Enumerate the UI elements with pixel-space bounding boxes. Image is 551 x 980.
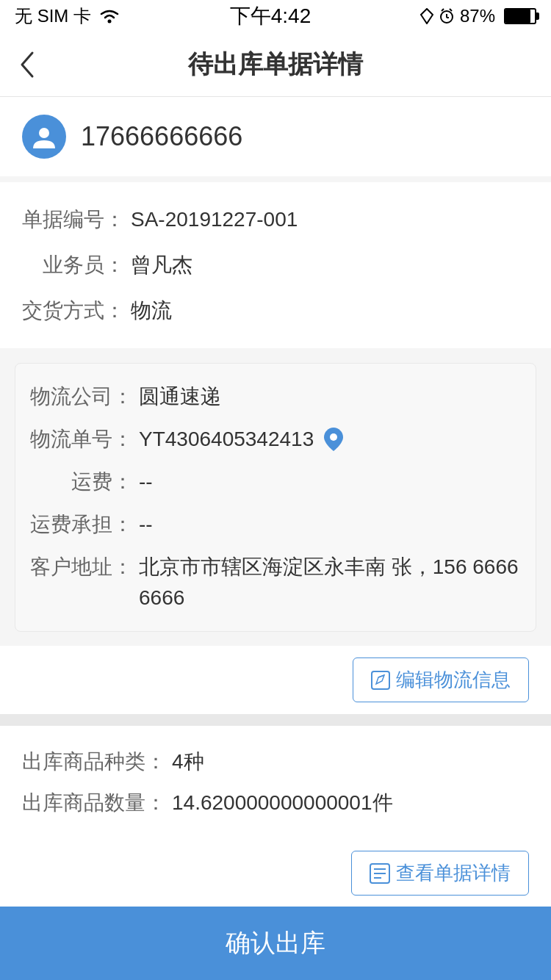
battery-percent: 87% — [460, 6, 495, 26]
freight-bearer-value: -- — [139, 509, 521, 540]
page-title: 待出库单据详情 — [188, 48, 363, 82]
person-icon — [31, 123, 57, 150]
nav-bar: 待出库单据详情 — [0, 32, 551, 97]
view-detail-label: 查看单据详情 — [396, 860, 511, 886]
logistics-section: 物流公司： 圆通速递 物流单号： YT43064053424​13 运费： --… — [15, 363, 536, 632]
carrier-text: 无 SIM 卡 — [15, 4, 91, 28]
delivery-value: 物流 — [131, 295, 529, 326]
status-left: 无 SIM 卡 — [15, 4, 120, 28]
separator — [0, 714, 551, 726]
address-label: 客户地址： — [30, 552, 133, 583]
freight-bearer-row: 运费承担： -- — [30, 509, 521, 540]
list-icon — [370, 863, 390, 884]
address-row: 客户地址： 北京市市辖区海淀区永丰南 张，156 6666 6666 — [30, 552, 521, 613]
logistics-company-value: 圆通速递 — [139, 381, 521, 412]
svg-line-4 — [442, 9, 444, 11]
dashed-divider — [0, 176, 551, 182]
customer-header: 17666666666 — [0, 97, 551, 176]
address-value: 北京市市辖区海淀区永丰南 张，156 6666 6666 — [139, 552, 521, 613]
confirm-button[interactable]: 确认出库 — [0, 907, 551, 980]
wifi-icon — [98, 8, 120, 24]
goods-quantity-value: 14.620000000000001件 — [172, 789, 393, 817]
logistics-company-row: 物流公司： 圆通速递 — [30, 381, 521, 412]
salesperson-label: 业务员： — [22, 250, 125, 281]
freight-value: -- — [139, 466, 521, 497]
svg-point-6 — [39, 128, 49, 138]
location-pin-icon[interactable] — [323, 426, 345, 453]
goods-type-row: 出库商品种类： 4种 — [22, 748, 529, 776]
order-no-value: SA-20191227-001 — [131, 204, 529, 235]
battery-icon — [504, 8, 536, 24]
status-right: 87% — [420, 6, 536, 26]
tracking-value: YT43064053424​13 — [139, 424, 521, 455]
svg-rect-10 — [372, 671, 389, 689]
back-button[interactable] — [18, 50, 35, 79]
order-no-row: 单据编号： SA-20191227-001 — [22, 204, 529, 235]
goods-type-value: 4种 — [172, 748, 204, 776]
logistics-company-label: 物流公司： — [30, 381, 133, 412]
tracking-row: 物流单号： YT43064053424​13 — [30, 424, 521, 455]
goods-type-label: 出库商品种类： — [22, 748, 166, 776]
order-info-section: 单据编号： SA-20191227-001 业务员： 曾凡杰 交货方式： 物流 — [0, 182, 551, 348]
avatar — [22, 115, 66, 159]
confirm-label: 确认出库 — [226, 926, 325, 960]
delivery-label: 交货方式： — [22, 295, 125, 326]
freight-bearer-label: 运费承担： — [30, 509, 133, 540]
view-detail-button[interactable]: 查看单据详情 — [351, 851, 529, 896]
edit-icon — [371, 671, 390, 690]
tracking-label: 物流单号： — [30, 424, 133, 455]
view-btn-container: 查看单据详情 — [0, 839, 551, 907]
goods-quantity-label: 出库商品数量： — [22, 789, 166, 817]
goods-quantity-row: 出库商品数量： 14.620000000000001件 — [22, 789, 529, 817]
svg-point-9 — [330, 433, 337, 441]
edit-btn-container: 编辑物流信息 — [0, 646, 551, 714]
alarm-icon — [439, 8, 454, 24]
edit-logistics-button[interactable]: 编辑物流信息 — [353, 657, 529, 702]
status-time: 下午4:42 — [230, 2, 311, 30]
customer-phone: 17666666666 — [81, 121, 242, 152]
salesperson-value: 曾凡杰 — [131, 250, 529, 281]
order-no-label: 单据编号： — [22, 204, 125, 235]
salesperson-row: 业务员： 曾凡杰 — [22, 250, 529, 281]
delivery-row: 交货方式： 物流 — [22, 295, 529, 326]
goods-section: 出库商品种类： 4种 出库商品数量： 14.620000000000001件 — [0, 726, 551, 839]
svg-line-5 — [450, 9, 452, 11]
svg-point-0 — [108, 20, 112, 24]
freight-label: 运费： — [30, 466, 133, 497]
freight-row: 运费： -- — [30, 466, 521, 497]
status-bar: 无 SIM 卡 下午4:42 87% — [0, 0, 551, 32]
edit-logistics-label: 编辑物流信息 — [396, 667, 511, 693]
location-service-icon — [420, 8, 433, 24]
main-content: 17666666666 单据编号： SA-20191227-001 业务员： 曾… — [0, 97, 551, 980]
